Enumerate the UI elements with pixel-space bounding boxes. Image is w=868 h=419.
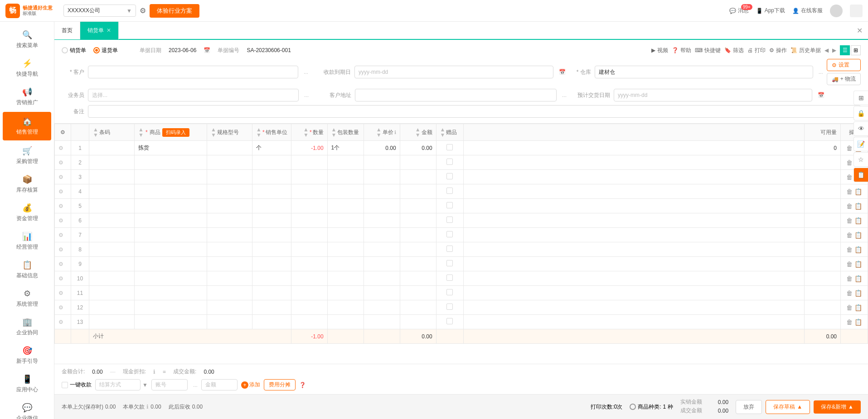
sidebar-item-search[interactable]: 🔍 搜索菜单 [0,25,54,54]
row-product[interactable] [135,300,207,315]
row-unit[interactable] [252,286,291,300]
copy-row-icon[interactable]: 📋 [854,188,862,195]
row-spec[interactable] [207,300,252,315]
copy-row-icon[interactable]: 📋 [854,246,862,253]
operation-btn[interactable]: ⚙ 操作 [769,47,787,54]
row-settings[interactable]: ⚙ [55,155,71,170]
sidebar-item-operations[interactable]: 📊 经营管理 [0,227,54,255]
row-qty[interactable] [291,286,327,300]
row-barcode[interactable] [89,213,135,228]
row-pkg[interactable] [327,271,364,286]
receive-date-input[interactable]: yyyy-mm-dd [354,66,553,78]
row-amount[interactable] [400,228,436,242]
row-product[interactable] [135,213,207,228]
row-unit[interactable]: 个 [252,141,291,155]
row-qty[interactable] [291,271,327,286]
row-settings[interactable]: ⚙ [55,213,71,228]
pagination-next[interactable]: ▶ [832,47,836,53]
row-gift[interactable] [436,242,463,257]
save-new-button[interactable]: 保存&新增 ▲ [814,400,861,414]
row-amount[interactable] [400,170,436,184]
row-product[interactable] [135,155,207,170]
row-settings[interactable]: ⚙ [55,228,71,242]
row-product[interactable] [135,315,207,329]
row-price[interactable] [364,315,400,329]
salesperson-input[interactable]: 选择... [88,89,299,101]
table-settings-icon[interactable]: ⚙ [60,129,65,135]
row-product[interactable] [135,286,207,300]
float-lock-btn[interactable]: 🔒 [853,106,868,120]
logistics-btn[interactable]: 🚚 + 物流 [827,73,861,85]
delete-row-icon[interactable]: 🗑 [846,173,853,181]
row-price[interactable]: 0.00 [364,141,400,155]
sidebar-item-inventory[interactable]: 📦 库存核算 [0,170,54,198]
float-star-btn[interactable]: ☆ [853,152,868,167]
copy-row-icon[interactable]: 📋 [854,289,862,297]
row-gift[interactable] [436,199,463,213]
sidebar-item-enterprise[interactable]: 🏢 企业协同 [0,313,54,341]
copy-row-icon[interactable]: 📋 [854,318,862,326]
sidebar-item-finance[interactable]: 💰 资金管理 [0,198,54,227]
row-gift[interactable] [436,170,463,184]
row-gift[interactable] [436,213,463,228]
row-settings[interactable]: ⚙ [55,257,71,271]
row-price[interactable] [364,228,400,242]
delete-row-icon[interactable]: 🗑 [846,231,853,239]
row-pkg[interactable] [327,242,364,257]
delete-row-icon[interactable]: 🗑 [846,318,853,326]
settle-method-input[interactable]: 结算方式 [95,379,141,390]
row-unit[interactable] [252,170,291,184]
delete-row-icon[interactable]: 🗑 [846,275,853,282]
row-settings[interactable]: ⚙ [55,184,71,199]
row-settings[interactable]: ⚙ [55,315,71,329]
row-qty[interactable] [291,184,327,199]
row-price[interactable] [364,155,400,170]
row-product[interactable] [135,199,207,213]
row-amount[interactable] [400,286,436,300]
sidebar-item-quick-nav[interactable]: ⚡ 快捷导航 [0,54,54,82]
row-product[interactable] [135,184,207,199]
row-gift[interactable] [436,228,463,242]
sidebar-item-sales[interactable]: 🏠 销售管理 [3,112,51,140]
calendar-icon[interactable]: 📅 [204,47,210,53]
row-gift[interactable] [436,286,463,300]
customer-more-icon[interactable]: ... [304,69,308,75]
delete-row-icon[interactable]: 🗑 [846,289,853,297]
user-menu[interactable] [850,5,863,17]
row-barcode[interactable] [89,257,135,271]
row-unit[interactable] [252,271,291,286]
delete-row-icon[interactable]: 🗑 [846,260,853,268]
row-qty[interactable] [291,300,327,315]
row-amount[interactable] [400,213,436,228]
copy-row-icon[interactable]: 📋 [854,304,862,311]
one-click-pay-checkbox[interactable]: 一键收款 [62,381,92,389]
delete-row-icon[interactable]: 🗑 [846,188,853,195]
tab-sales-order[interactable]: 销货单 ✕ [80,22,119,39]
video-btn[interactable]: ▶ 视频 [651,47,668,54]
row-unit[interactable] [252,315,291,329]
row-spec[interactable] [207,184,252,199]
row-spec[interactable] [207,155,252,170]
row-spec[interactable] [207,213,252,228]
row-pkg[interactable] [327,300,364,315]
row-price[interactable] [364,300,400,315]
row-product[interactable]: 拣货 [135,141,207,155]
amount-input[interactable]: 金额 [201,379,238,390]
row-price[interactable] [364,184,400,199]
row-price[interactable] [364,271,400,286]
row-spec[interactable] [207,170,252,184]
row-qty[interactable] [291,170,327,184]
sidebar-item-base-info[interactable]: 📋 基础信息 [0,255,54,284]
row-gift[interactable] [436,184,463,199]
sidebar-item-guide[interactable]: 🎯 新手引导 [0,341,54,370]
row-qty[interactable] [291,228,327,242]
app-download-item[interactable]: 📱 App下载 [756,7,785,14]
row-pkg[interactable] [327,170,364,184]
copy-row-icon[interactable]: 📋 [854,217,862,224]
discard-button[interactable]: 放弃 [736,400,762,414]
row-product[interactable] [135,228,207,242]
row-pkg[interactable] [327,228,364,242]
history-btn[interactable]: 📜 历史单据 [790,47,821,54]
row-amount[interactable]: 0.00 [400,141,436,155]
float-expand-btn[interactable]: ⊞ [853,91,868,105]
